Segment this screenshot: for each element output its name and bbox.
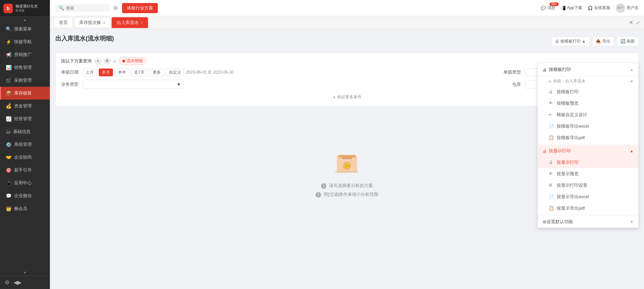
dropdown-item-display-pdf[interactable]: 📋 按显示导出pdf <box>538 203 638 214</box>
sidebar-item-label: 销售管理 <box>14 64 32 71</box>
date-btn-this-year[interactable]: 本年 <box>115 69 129 76</box>
filter-collapse-icon[interactable]: « <box>113 58 116 64</box>
sidebar-item-purchase[interactable]: 🛒 采购管理 <box>0 74 50 87</box>
tabbar: 首页 库存批次账 × 出入库流水 × ✕ ⤢ <box>50 16 644 29</box>
sidebar-item-label: 经营管理 <box>14 116 32 122</box>
sidebar: b 畅捷通好生意 标准版 ▲ 🔍 搜索菜单 ⚡ 快捷导航 📢 营销推广 📊 销售… <box>0 0 50 289</box>
dropdown-item-template-preview[interactable]: 👁 按模板预览 <box>538 98 638 109</box>
tab-home-label: 首页 <box>59 20 68 26</box>
excel-icon: 📄 <box>549 124 554 129</box>
user-avatar-button[interactable]: 用户 用户名 <box>616 3 639 13</box>
date-btn-more[interactable]: 更多 <box>150 69 164 76</box>
edit-icon: ✏ <box>549 112 554 117</box>
chat-icon: 💬 <box>6 193 11 199</box>
sidebar-item-basics[interactable]: 🗂 基础信息 <box>0 125 50 138</box>
business-type-select[interactable]: ▾ <box>83 80 184 89</box>
date-btn-7days[interactable]: 近7天 <box>131 69 148 76</box>
dropdown-item-template-pdf[interactable]: 📋 按模板导出pdf <box>538 132 638 143</box>
messages-button[interactable]: 💬 消息 99+ <box>541 5 555 11</box>
empty-tip-1: 1 请先选择要分析的方案 <box>321 183 373 189</box>
sidebar-item-operations[interactable]: 📈 经营管理 <box>0 112 50 125</box>
sidebar-item-search[interactable]: 🔍 搜索菜单 <box>0 23 50 35</box>
filter-tag-label: 流水明细 <box>126 58 143 64</box>
sidebar-scroll-up[interactable]: ▲ <box>0 17 50 23</box>
phone-icon: 📱 <box>6 180 11 186</box>
sidebar-item-sales[interactable]: 📊 销售管理 <box>0 61 50 74</box>
chevron-down-icon4: ▼ <box>630 220 634 224</box>
sidebar-nav: 🔍 搜索菜单 ⚡ 快捷导航 📢 营销推广 📊 销售管理 🛒 采购管理 📦 库存核… <box>0 23 50 270</box>
sidebar-item-quick-nav[interactable]: ⚡ 快捷导航 <box>0 35 50 48</box>
export-label: 导出 <box>602 38 610 44</box>
template-print-section-header[interactable]: 🖨 按模板打印 ▲ <box>538 63 638 76</box>
collapse-label: 收起更多条件 <box>337 94 361 100</box>
dropdown-item-display-settings[interactable]: ⚙ 按显示打印设置 <box>538 180 638 191</box>
dropdown-divider <box>538 144 638 144</box>
sidebar-item-vip[interactable]: 👑 畅会员 <box>0 202 50 215</box>
chevron-up-icon4: ▲ <box>630 149 634 153</box>
sidebar-item-wechat[interactable]: 💬 企业微信 <box>0 189 50 202</box>
headset-icon: 🎧 <box>588 6 593 10</box>
topbar-search-box[interactable]: 🔍 <box>55 4 109 12</box>
collapse-menu-icon[interactable]: ◀▶ <box>13 279 22 286</box>
filter-add-button[interactable]: + <box>94 58 101 64</box>
target-icon: 🎯 <box>6 167 11 173</box>
close-all-tabs-button[interactable]: ✕ <box>629 19 633 26</box>
tab-flow[interactable]: 出入库流水 × <box>112 17 148 28</box>
dropdown-item-template-excel[interactable]: 📄 按模板导出excel <box>538 121 638 132</box>
export-button[interactable]: 📤 导出 <box>592 36 614 46</box>
template-section-label: 🖨 按模板打印 <box>543 67 571 73</box>
app-name: 畅捷通好生意 <box>16 4 38 8</box>
sidebar-item-guide[interactable]: 🎯 新手引导 <box>0 164 50 177</box>
settings-icon[interactable]: ⚙ <box>5 279 9 286</box>
sidebar-item-label: 库存核算 <box>14 90 32 96</box>
sidebar-item-label: 新手引导 <box>14 167 32 173</box>
tab-flow-close[interactable]: × <box>141 21 143 25</box>
pdf-icon: 📋 <box>549 135 554 140</box>
topbar-gear-icon[interactable]: ⚙ <box>113 5 118 11</box>
refresh-button[interactable]: 🔄 刷新 <box>617 36 639 46</box>
tab-home[interactable]: 首页 <box>54 17 73 28</box>
date-btn-last-month[interactable]: 上月 <box>83 69 97 76</box>
dropdown-item-template-custom[interactable]: ✏ 模板自定义设计 <box>538 109 638 121</box>
print-dropdown-button[interactable]: 🖨 按模板打印 ▲ <box>551 36 589 46</box>
sidebar-item-apps[interactable]: 📱 应用中心 <box>0 177 50 189</box>
display-print-section-header[interactable]: 🖨 按显示打印 ▲ <box>538 145 638 157</box>
printer-icon2: 🖨 <box>543 67 547 72</box>
sidebar-scroll-down[interactable]: ▼ <box>0 270 50 275</box>
messages-badge: 99+ <box>550 2 559 6</box>
date-btn-this-month[interactable]: 本月 <box>99 69 113 76</box>
svg-rect-2 <box>342 158 352 159</box>
sidebar-item-system[interactable]: ⚙️ 系统管理 <box>0 138 50 151</box>
avatar-text: 用户 <box>617 6 623 10</box>
dropdown-item-display-preview[interactable]: 👁 按显示预览 <box>538 168 638 180</box>
chevron-up-icon: ▲ <box>582 39 586 43</box>
tab-batch[interactable]: 库存批次账 × <box>74 17 110 28</box>
sidebar-item-marketing[interactable]: 📢 营销推广 <box>0 48 50 61</box>
sidebar-item-finance[interactable]: 💰 资金管理 <box>0 100 50 112</box>
sidebar-item-inventory[interactable]: 📦 库存核算 <box>0 87 50 100</box>
bullet-icon: ● <box>549 79 551 84</box>
filter-settings-button[interactable]: ⚙ <box>104 58 111 64</box>
dropdown-item-display-print[interactable]: 🖨 按显示打印 <box>538 157 638 168</box>
empty-icon: 😕 <box>330 146 364 176</box>
app-download-button[interactable]: 📲 App下载 <box>561 5 582 11</box>
chevron-up-icon3: ▲ <box>630 68 634 72</box>
sidebar-bottom: ⚙ ◀▶ <box>0 275 50 289</box>
dropdown-item-display-excel[interactable]: 📄 按显示导出excel <box>538 191 638 203</box>
empty-tip-2: 2 用[过滤]条件来缩小分析范围 <box>316 191 379 198</box>
empty-illustration: 😕 <box>330 146 364 176</box>
tab-batch-close[interactable]: × <box>103 21 105 25</box>
search-input[interactable] <box>66 6 100 10</box>
app-edition: 标准版 <box>16 8 38 13</box>
sidebar-item-collab[interactable]: 🤝 企业协同 <box>0 151 50 164</box>
display-section-label-group: 🖨 按显示打印 <box>543 148 571 154</box>
dropdown-item-template-print[interactable]: 🖨 按模板打印 <box>538 86 638 98</box>
sidebar-item-label: 畅会员 <box>14 206 27 212</box>
dropdown-footer-settings[interactable]: ⚙ 设置默认功能 ▼ <box>538 216 638 228</box>
maximize-button[interactable]: ⤢ <box>636 20 640 25</box>
online-service-button[interactable]: 🎧 在线客服 <box>588 5 610 11</box>
sidebar-item-label: 企业微信 <box>14 193 32 199</box>
date-btn-custom[interactable]: 自定义 <box>166 69 184 76</box>
industry-solution-button[interactable]: 体验行业方案 <box>122 3 158 13</box>
search-icon: 🔍 <box>6 26 11 32</box>
